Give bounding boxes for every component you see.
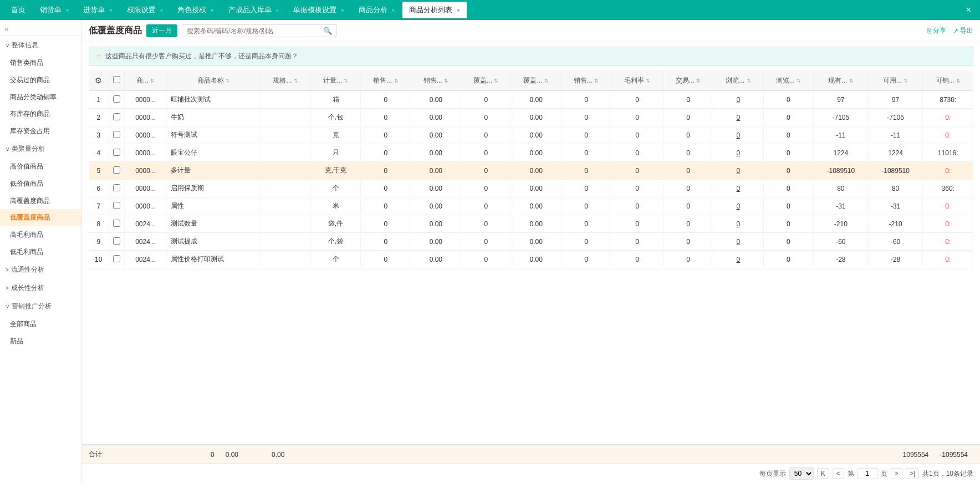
coverage2-col-header[interactable]: 覆盖... ⇅ [511, 70, 561, 91]
nav-product-entry[interactable]: 产成品入库单 × [222, 2, 285, 18]
sidebar-section-cluster[interactable]: ∨ 类聚量分析 [0, 140, 81, 158]
row-browse1[interactable]: 0 [713, 251, 763, 268]
row-browse1[interactable]: 0 [713, 91, 763, 109]
row-browse1[interactable]: 0 [713, 197, 763, 215]
name-col-header[interactable]: 商品名称 ⇅ [167, 70, 261, 91]
row-browse1[interactable]: 0 [713, 144, 763, 162]
row-browse1[interactable]: 0 [713, 233, 763, 251]
browse-link[interactable]: 0 [737, 238, 741, 246]
sidebar-section-circulation[interactable]: > 流通性分析 [0, 261, 81, 279]
row-checkbox-cell[interactable] [109, 215, 124, 233]
sellable-col-header[interactable]: 可销... ⇅ [923, 70, 973, 91]
row-checkbox-cell[interactable] [109, 180, 124, 197]
export-button[interactable]: ↗ 导出 [953, 26, 973, 35]
row-checkbox[interactable] [113, 220, 120, 227]
row-browse1[interactable]: 0 [713, 126, 763, 144]
nav-home[interactable]: 首页 [4, 2, 32, 18]
sales3-col-header[interactable]: 销售... ⇅ [561, 70, 611, 91]
close-icon[interactable]: × [211, 7, 214, 13]
sidebar-item-all-products[interactable]: 全部商品 [0, 316, 81, 333]
sidebar-collapse-button[interactable]: « [4, 24, 9, 33]
browse-link[interactable]: 0 [737, 185, 741, 192]
row-browse1[interactable]: 0 [713, 109, 763, 126]
first-page-button[interactable]: K [817, 468, 829, 479]
last-page-button[interactable]: >| [906, 468, 919, 479]
row-checkbox[interactable] [113, 184, 120, 191]
row-checkbox[interactable] [113, 131, 120, 138]
unit-col-header[interactable]: 计量... ⇅ [310, 70, 360, 91]
period-button[interactable]: 近一月 [146, 24, 177, 37]
row-checkbox-cell[interactable] [109, 197, 124, 215]
next-page-button[interactable]: > [891, 468, 902, 479]
browse-link[interactable]: 0 [737, 114, 741, 121]
search-icon[interactable]: 🔍 [323, 27, 332, 35]
row-checkbox-cell[interactable] [109, 233, 124, 251]
share-button[interactable]: ⎘ 分享 [927, 26, 946, 35]
coverage1-col-header[interactable]: 覆盖... ⇅ [461, 70, 511, 91]
browse-link[interactable]: 0 [737, 256, 741, 263]
browse-link[interactable]: 0 [737, 220, 741, 228]
sidebar-item-traded-products[interactable]: 交易过的商品 [0, 72, 81, 89]
row-checkbox-cell[interactable] [109, 251, 124, 268]
row-checkbox-cell[interactable] [109, 162, 124, 180]
search-input[interactable] [187, 27, 323, 35]
nav-purchase[interactable]: 进货单 × [76, 2, 119, 18]
settings-col-header[interactable]: ⚙ [89, 70, 109, 91]
nav-permission[interactable]: 权限设置 × [120, 2, 170, 18]
nav-sales[interactable]: 销货单 × [33, 2, 75, 18]
row-browse1[interactable]: 0 [713, 162, 763, 180]
sidebar-item-category-rate[interactable]: 商品分类动销率 [0, 89, 81, 106]
sidebar-item-low-coverage[interactable]: 低覆盖度商品 [0, 209, 81, 226]
browse1-col-header[interactable]: 浏览... ⇅ [713, 70, 763, 91]
row-checkbox[interactable] [113, 166, 120, 174]
browse-link[interactable]: 0 [737, 96, 741, 104]
row-browse1[interactable]: 0 [713, 215, 763, 233]
sidebar-item-high-coverage[interactable]: 高覆盖度商品 [0, 192, 81, 210]
browse-link[interactable]: 0 [737, 167, 741, 175]
row-checkbox[interactable] [113, 95, 120, 103]
spec-col-header[interactable]: 规格... ⇅ [261, 70, 310, 91]
close-icon[interactable]: × [66, 7, 69, 13]
close-icon[interactable]: × [341, 7, 344, 13]
row-browse1[interactable]: 0 [713, 180, 763, 197]
row-checkbox[interactable] [113, 255, 120, 262]
close-icon[interactable]: × [109, 7, 113, 13]
nav-product-analysis-list[interactable]: 商品分析列表 × [402, 2, 466, 18]
sidebar-item-high-value[interactable]: 高价值商品 [0, 158, 81, 175]
table-container[interactable]: ⚙ 商... ⇅ 商品名称 ⇅ 规格... ⇅ 计量... ⇅ 销售... ⇅ … [82, 70, 980, 444]
row-checkbox-cell[interactable] [109, 126, 124, 144]
row-checkbox-cell[interactable] [109, 109, 124, 126]
row-checkbox-cell[interactable] [109, 91, 124, 109]
current-stock-col-header[interactable]: 现有... ⇅ [813, 70, 868, 91]
column-settings-button[interactable]: ⚙ [93, 75, 104, 86]
browse-link[interactable]: 0 [737, 202, 741, 210]
sidebar-item-inventory-capital[interactable]: 库存资金占用 [0, 123, 81, 140]
page-input[interactable] [858, 468, 877, 479]
close-icon[interactable]: × [160, 7, 164, 13]
nav-product-analysis[interactable]: 商品分析 × [352, 2, 401, 18]
transaction-col-header[interactable]: 交易... ⇅ [663, 70, 713, 91]
sidebar-item-new-products[interactable]: 新品 [0, 333, 81, 350]
sidebar-item-stocked-products[interactable]: 有库存的商品 [0, 105, 81, 123]
row-checkbox-cell[interactable] [109, 144, 124, 162]
sales-qty-col-header[interactable]: 销售... ⇅ [361, 70, 411, 91]
sidebar-item-high-margin[interactable]: 高毛利商品 [0, 226, 81, 243]
sales-amt-col-header[interactable]: 销售... ⇅ [411, 70, 461, 91]
select-all-checkbox[interactable] [113, 76, 120, 83]
sidebar-section-marketing[interactable]: ∨ 营销推广分析 [0, 297, 81, 316]
sidebar-item-low-margin[interactable]: 低毛利商品 [0, 243, 81, 261]
browse2-col-header[interactable]: 浏览... ⇅ [763, 70, 813, 91]
sidebar-section-overall[interactable]: ∨ 整体信息 [0, 36, 81, 54]
per-page-select[interactable]: 50 [789, 467, 814, 480]
nav-role[interactable]: 角色授权 × [171, 2, 220, 18]
prev-page-button[interactable]: < [833, 468, 844, 479]
sidebar-section-growth[interactable]: > 成长性分析 [0, 279, 81, 297]
window-close-button[interactable]: × [962, 3, 976, 17]
row-checkbox[interactable] [113, 149, 120, 156]
code-col-header[interactable]: 商... ⇅ [124, 70, 167, 91]
nav-template[interactable]: 单据模板设置 × [287, 2, 350, 18]
sidebar-item-sales-products[interactable]: 销售类商品 [0, 54, 81, 72]
close-icon[interactable]: × [391, 7, 395, 13]
close-icon[interactable]: × [457, 7, 460, 13]
close-icon[interactable]: × [276, 7, 279, 13]
